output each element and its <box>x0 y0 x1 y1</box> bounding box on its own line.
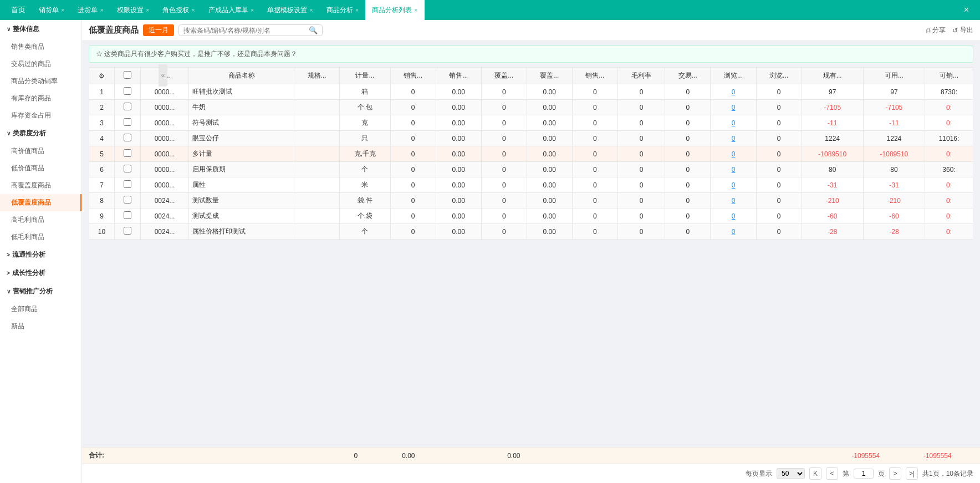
sidebar-section-marketing[interactable]: ∨ 营销推广分析 <box>0 282 81 301</box>
nav-template-settings[interactable]: 单据模板设置 × <box>261 0 319 20</box>
cell-b1[interactable]: 0 <box>711 224 756 240</box>
cell-checkbox[interactable] <box>115 146 141 162</box>
browse-link[interactable]: 0 <box>732 197 736 205</box>
cell-b1[interactable]: 0 <box>711 115 756 131</box>
cell-b1[interactable]: 0 <box>711 100 756 115</box>
close-purchase-order-icon[interactable]: × <box>100 7 103 13</box>
browse-link[interactable]: 0 <box>732 228 736 236</box>
browse-link[interactable]: 0 <box>732 181 736 189</box>
cell-b1[interactable]: 0 <box>711 177 756 193</box>
browse-link[interactable]: 0 <box>732 88 736 96</box>
nav-permissions[interactable]: 权限设置 × <box>110 0 156 20</box>
sidebar-item-low-coverage[interactable]: 低覆盖度商品 <box>0 194 81 211</box>
column-browse2[interactable]: 浏览... <box>756 68 802 84</box>
sidebar-item-all-goods[interactable]: 全部商品 <box>0 301 81 318</box>
cell-checkbox[interactable] <box>115 84 141 100</box>
cell-b1[interactable]: 0 <box>711 131 756 146</box>
period-button[interactable]: 近一月 <box>143 24 174 36</box>
close-product-analysis-list-icon[interactable]: × <box>414 7 417 13</box>
nav-product-analysis[interactable]: 商品分析 × <box>320 0 365 20</box>
sidebar-item-low-margin[interactable]: 低毛利商品 <box>0 228 81 246</box>
column-sales3[interactable]: 销售... <box>572 68 617 84</box>
browse-link[interactable]: 0 <box>732 150 736 158</box>
sidebar-item-stock-capital[interactable]: 库存资金占用 <box>0 107 81 124</box>
sidebar-item-high-value[interactable]: 高价值商品 <box>0 143 81 160</box>
column-saleable[interactable]: 可销... <box>925 68 973 84</box>
sidebar-item-high-coverage[interactable]: 高覆盖度商品 <box>0 177 81 194</box>
cell-b1[interactable]: 0 <box>711 162 756 177</box>
close-permissions-icon[interactable]: × <box>146 7 149 13</box>
window-close-button[interactable]: × <box>957 5 976 15</box>
browse-link[interactable]: 0 <box>732 166 736 174</box>
column-available[interactable]: 可用... <box>863 68 925 84</box>
sidebar-item-traded-goods[interactable]: 交易过的商品 <box>0 55 81 73</box>
browse-link[interactable]: 0 <box>732 212 736 220</box>
nav-finished-goods[interactable]: 产成品入库单 × <box>202 0 261 20</box>
sidebar-item-in-stock[interactable]: 有库存的商品 <box>0 90 81 107</box>
close-product-analysis-icon[interactable]: × <box>355 7 359 13</box>
cell-checkbox[interactable] <box>115 193 141 209</box>
cell-gr: 0 <box>617 177 665 193</box>
close-role-auth-icon[interactable]: × <box>191 7 195 13</box>
export-button[interactable]: ↺ 导出 <box>952 26 973 35</box>
nav-purchase-order[interactable]: 进货单 × <box>71 0 110 20</box>
cell-c2: 0.00 <box>527 84 572 100</box>
sidebar-section-cluster[interactable]: ∨ 类群度分析 <box>0 124 81 143</box>
search-icon[interactable]: 🔍 <box>309 26 318 34</box>
cell-checkbox[interactable] <box>115 162 141 177</box>
browse-link[interactable]: 0 <box>732 135 736 143</box>
nav-sales-order[interactable]: 销货单 × <box>32 0 71 20</box>
cell-checkbox[interactable] <box>115 131 141 146</box>
column-spec[interactable]: 规格... <box>294 68 340 84</box>
browse-link[interactable]: 0 <box>732 119 736 127</box>
cell-checkbox[interactable] <box>115 224 141 240</box>
cell-b1[interactable]: 0 <box>711 209 756 224</box>
close-template-icon[interactable]: × <box>309 7 313 13</box>
sidebar-item-low-value[interactable]: 低价值商品 <box>0 160 81 177</box>
column-name[interactable]: 商品名称 <box>188 68 294 84</box>
cell-checkbox[interactable] <box>115 100 141 115</box>
cell-b1[interactable]: 0 <box>711 84 756 100</box>
next-page-button[interactable]: > <box>889 467 901 480</box>
close-finished-goods-icon[interactable]: × <box>251 7 254 13</box>
cell-b1[interactable]: 0 <box>711 193 756 209</box>
data-table-wrapper[interactable]: ⚙ 商... 商品名称 规格... 计量... 销售... 销售... 覆盖..… <box>82 67 980 447</box>
cell-b1[interactable]: 0 <box>711 146 756 162</box>
column-checkbox[interactable] <box>115 68 141 84</box>
column-settings[interactable]: ⚙ <box>89 68 115 84</box>
prev-page-button[interactable]: < <box>826 467 838 480</box>
sidebar-section-overall[interactable]: ∨ 整体信息 <box>0 20 81 38</box>
column-sales2[interactable]: 销售... <box>436 68 481 84</box>
page-number-input[interactable] <box>854 469 874 479</box>
column-gross-rate[interactable]: 毛利率 <box>617 68 665 84</box>
nav-role-auth[interactable]: 角色授权 × <box>156 0 201 20</box>
column-sales1[interactable]: 销售... <box>390 68 436 84</box>
sidebar-section-growth[interactable]: > 成长性分析 <box>0 264 81 282</box>
sidebar-section-liquidity[interactable]: > 流通性分析 <box>0 246 81 264</box>
column-current[interactable]: 现有... <box>802 68 863 84</box>
cell-checkbox[interactable] <box>115 115 141 131</box>
cell-avail: -7105 <box>863 100 925 115</box>
column-unit[interactable]: 计量... <box>340 68 390 84</box>
last-page-button[interactable]: >| <box>906 467 918 480</box>
column-cover1[interactable]: 覆盖... <box>481 68 527 84</box>
column-trade[interactable]: 交易... <box>665 68 711 84</box>
first-page-button[interactable]: K <box>809 467 821 480</box>
sidebar-item-high-margin[interactable]: 高毛利商品 <box>0 211 81 228</box>
nav-product-analysis-list[interactable]: 商品分析列表 × <box>365 0 424 20</box>
nav-home[interactable]: 首页 <box>4 0 32 20</box>
sidebar-item-category-rate[interactable]: 商品分类动销率 <box>0 73 81 90</box>
sidebar-item-new-goods[interactable]: 新品 <box>0 318 81 335</box>
cell-checkbox[interactable] <box>115 177 141 193</box>
cell-checkbox[interactable] <box>115 209 141 224</box>
share-button[interactable]: ⎙ 分享 <box>926 26 946 35</box>
sidebar-collapse-button[interactable]: « <box>159 64 167 87</box>
column-browse1[interactable]: 浏览... <box>711 68 756 84</box>
column-cover2[interactable]: 覆盖... <box>527 68 572 84</box>
page-size-select[interactable]: 50 100 200 <box>777 468 805 479</box>
search-input[interactable] <box>183 27 309 34</box>
browse-link[interactable]: 0 <box>732 104 736 111</box>
close-sales-order-icon[interactable]: × <box>61 7 64 13</box>
sidebar-item-sales-goods[interactable]: 销售类商品 <box>0 38 81 55</box>
cell-gr: 0 <box>617 131 665 146</box>
